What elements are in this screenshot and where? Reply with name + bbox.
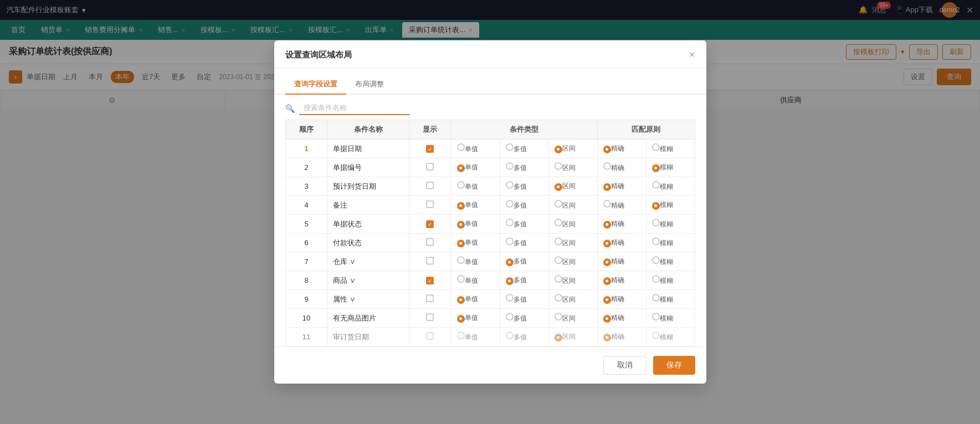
dialog-tab-query-fields[interactable]: 查询字段设置 bbox=[285, 75, 346, 95]
dialog-tab-layout[interactable]: 布局调整 bbox=[346, 75, 393, 95]
settings-dialog: 设置查询区域布局 × 查询字段设置 布局调整 🔍 顺序 条件名称 显示 条件类型 bbox=[274, 40, 706, 110]
dialog-search-area: 🔍 bbox=[274, 95, 706, 110]
dialog-header: 设置查询区域布局 × bbox=[274, 40, 706, 68]
dialog-title: 设置查询区域布局 bbox=[285, 50, 352, 60]
dialog-close-btn[interactable]: × bbox=[689, 49, 695, 61]
dialog-overlay: 设置查询区域布局 × 查询字段设置 布局调整 🔍 顺序 条件名称 显示 条件类型 bbox=[0, 0, 980, 110]
search-icon: 🔍 bbox=[285, 104, 295, 111]
condition-search-input[interactable] bbox=[299, 101, 410, 110]
dialog-tabs: 查询字段设置 布局调整 bbox=[274, 68, 706, 95]
